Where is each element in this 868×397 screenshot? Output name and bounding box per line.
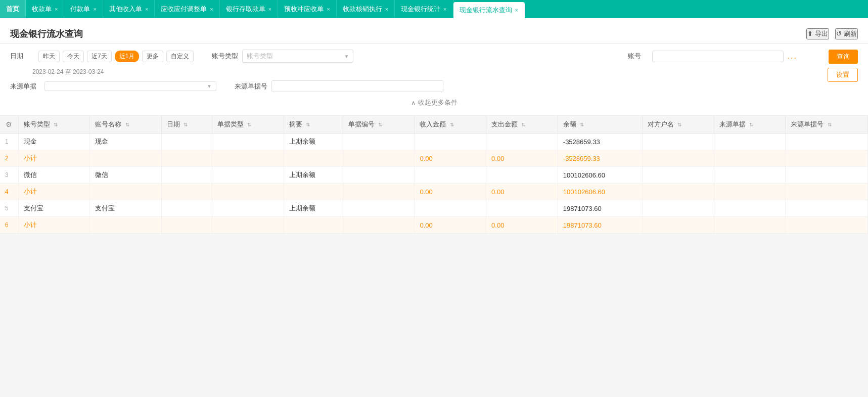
cell-account_type: 支付宝 [18,200,90,217]
sort-icon: ⇅ [450,122,454,127]
nav-item-ar-ap-adjust[interactable]: 应收应付调整单 × [155,0,219,18]
nav-item-receipt[interactable]: 收款单 × [26,0,64,18]
settings-button[interactable]: 设置 [828,68,858,82]
th-counterpart[interactable]: 对方户名 ⇅ [642,116,714,134]
nav-close-icon[interactable]: × [210,6,213,12]
th-label: 对方户名 [648,120,674,128]
th-account-name[interactable]: 账号名称 ⇅ [90,116,162,134]
cell-income: 0.00 [415,184,486,200]
export-label: 导出 [815,29,828,38]
th-date[interactable]: 日期 ⇅ [161,116,212,134]
account-input[interactable] [652,51,784,62]
nav-item-cash-bank-flow[interactable]: 现金银行流水查询 × [453,2,525,18]
nav-item-receipt-verify[interactable]: 收款核销执行 × [337,0,395,18]
th-balance[interactable]: 余额 ⇅ [558,116,642,134]
th-expense[interactable]: 支出金额 ⇅ [486,116,558,134]
cell-account_name: 支付宝 [90,200,162,217]
nav-item-cash-bank-stat[interactable]: 现金银行统计 × [395,0,453,18]
nav-close-icon[interactable]: × [327,6,330,12]
source-doc-no-input[interactable] [271,80,443,92]
cell-date [161,167,212,184]
nav-item-other-income[interactable]: 其他收入单 × [103,0,155,18]
th-doc-type[interactable]: 单据类型 ⇅ [212,116,284,134]
cell-counterpart [642,217,714,234]
cell-source_doc [714,150,786,167]
th-summary[interactable]: 摘要 ⇅ [284,116,343,134]
date-btn-custom[interactable]: 自定义 [166,51,194,62]
nav-label: 现金银行流水查询 [460,6,512,15]
data-table-container: ⚙ 账号类型 ⇅ 账号名称 ⇅ 日期 ⇅ 单据类型 ⇅ [0,116,868,234]
sort-icon: ⇅ [184,122,188,127]
export-button[interactable]: ⬆ 导出 [806,28,829,39]
nav-label: 预收冲应收单 [284,5,324,14]
refresh-button[interactable]: ↺ 刷新 [835,28,858,39]
sort-icon: ⇅ [521,122,525,127]
date-btn-yesterday[interactable]: 昨天 [38,51,60,62]
nav-item-payment[interactable]: 付款单 × [64,0,103,18]
nav-item-prepay-offset[interactable]: 预收冲应收单 × [278,0,336,18]
nav-item-bank-deposit[interactable]: 银行存取款单 × [220,0,278,18]
row-number: 3 [0,167,18,184]
date-btn-7days[interactable]: 近7天 [87,51,112,62]
cell-source_doc [714,184,786,200]
nav-label: 现金银行统计 [401,5,440,14]
th-label: 摘要 [289,120,302,128]
date-btn-more[interactable]: 更多 [142,51,163,62]
table-row: 1现金现金上期余额-3528659.33 [0,134,868,150]
cell-doc_type [212,134,284,150]
sort-icon: ⇅ [677,122,681,127]
date-filter-label: 日期 [10,52,30,61]
nav-item-home[interactable]: 首页 [0,0,26,18]
cell-summary [284,217,343,234]
collapse-bar[interactable]: ∧ 收起更多条件 [10,96,858,109]
cell-account_type: 微信 [18,167,90,184]
gear-icon[interactable]: ⚙ [6,120,12,128]
nav-close-icon[interactable]: × [55,6,58,12]
query-button[interactable]: 查询 [829,50,858,64]
table-row: 2小计0.000.00-3528659.33 [0,150,868,167]
th-source-doc[interactable]: 来源单据 ⇅ [714,116,786,134]
filter-area: 日期 昨天 今天 近7天 近1月 更多 自定义 账号类型 账号类型 ▼ [0,43,868,116]
th-source-doc-no[interactable]: 来源单据号 ⇅ [786,116,868,134]
th-account-type[interactable]: 账号类型 ⇅ [18,116,90,134]
account-type-select[interactable]: 账号类型 ▼ [242,50,353,63]
nav-close-icon[interactable]: × [145,6,148,12]
settings-column-header[interactable]: ⚙ [0,116,18,134]
row-number: 1 [0,134,18,150]
th-label: 单据编号 [348,120,375,128]
chevron-down-icon: ▼ [344,54,349,59]
cell-income: 0.00 [415,150,486,167]
nav-label: 收款核销执行 [343,5,382,14]
nav-label: 银行存取款单 [226,5,265,14]
cell-doc_no [343,217,415,234]
collapse-up-icon: ∧ [411,99,416,107]
cell-doc_no [343,167,415,184]
th-label: 支出金额 [491,120,518,128]
date-btn-1month[interactable]: 近1月 [115,51,140,62]
export-icon: ⬆ [807,30,813,37]
cell-expense: 0.00 [486,150,558,167]
nav-close-icon[interactable]: × [93,6,96,12]
nav-close-icon[interactable]: × [268,6,271,12]
cell-account_name [90,150,162,167]
cell-doc_type [212,167,284,184]
th-label: 收入金额 [420,120,446,128]
cell-balance: 19871073.60 [558,217,642,234]
nav-close-icon[interactable]: × [385,6,388,12]
nav-label: 其他收入单 [109,5,142,14]
account-dots-button[interactable]: ... [788,52,797,61]
cell-account_type: 现金 [18,134,90,150]
source-doc-select[interactable]: ▼ [44,81,216,91]
date-btn-today[interactable]: 今天 [63,51,84,62]
th-income[interactable]: 收入金额 ⇅ [415,116,486,134]
table-body: 1现金现金上期余额-3528659.332小计0.000.00-3528659.… [0,134,868,234]
nav-close-icon[interactable]: × [515,7,518,13]
th-doc-no[interactable]: 单据编号 ⇅ [343,116,415,134]
nav-close-icon[interactable]: × [443,6,446,12]
cell-expense: 0.00 [486,217,558,234]
cell-balance: 100102606.60 [558,167,642,184]
collapse-label: 收起更多条件 [418,98,458,107]
row-number: 2 [0,150,18,167]
cell-doc_no [343,150,415,167]
cell-summary: 上期余额 [284,167,343,184]
